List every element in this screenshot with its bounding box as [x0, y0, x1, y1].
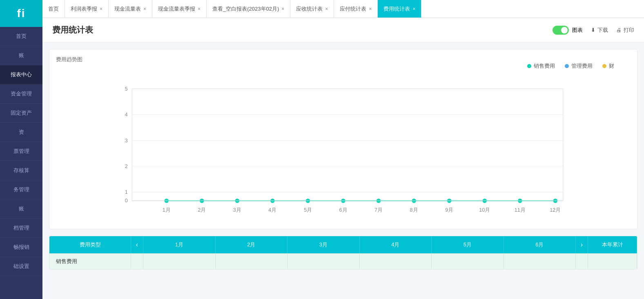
cell-m4 — [360, 254, 432, 269]
sidebar-item-archive[interactable]: 档管理 — [0, 219, 42, 238]
close-icon[interactable]: × — [100, 6, 103, 12]
svg-text:3: 3 — [125, 138, 128, 144]
sidebar-item-reports[interactable]: 报表中心 — [0, 65, 42, 84]
col-header-m6: 6月 — [504, 236, 576, 253]
chart-container: 费用趋势图 销售费用 管理费用 财 — [49, 49, 637, 229]
print-icon: 🖨 — [616, 27, 622, 33]
svg-text:6月: 6月 — [339, 207, 347, 213]
svg-text:10月: 10月 — [479, 207, 490, 213]
svg-text:9月: 9月 — [445, 207, 453, 213]
cell-m2 — [216, 254, 288, 269]
close-icon[interactable]: × — [143, 6, 146, 12]
svg-text:8月: 8月 — [410, 207, 418, 213]
sidebar-item-assets[interactable]: 固定资产 — [0, 104, 42, 123]
col-header-m4: 4月 — [360, 236, 432, 253]
sidebar-item-inventory[interactable]: 存核算 — [0, 161, 42, 180]
cell-m6 — [504, 254, 576, 269]
col-header-m5: 5月 — [432, 236, 504, 253]
sidebar-item-account[interactable]: 账 — [0, 46, 42, 65]
col-header-type: 费用类型 — [49, 236, 131, 253]
tab-cashflow-quarterly[interactable]: 现金流量表季报 × — [152, 0, 207, 18]
legend-dot-sales — [527, 64, 531, 68]
col-header-m1: 1月 — [143, 236, 216, 253]
col-header-nav-next: › — [576, 236, 588, 253]
cell-m3 — [287, 254, 360, 269]
col-header-nav-prev: ‹ — [131, 236, 143, 253]
tab-cashflow[interactable]: 现金流量表 × — [109, 0, 152, 18]
cell-nav-spacer — [131, 254, 143, 269]
sidebar-item-expense[interactable]: 畅报销 — [0, 238, 42, 257]
print-button[interactable]: 🖨 打印 — [616, 27, 634, 34]
nav-prev-arrow[interactable]: ‹ — [134, 241, 140, 248]
close-icon[interactable]: × — [369, 6, 372, 12]
legend-label-admin: 管理费用 — [571, 62, 593, 70]
nav-next-arrow[interactable]: › — [578, 241, 585, 248]
expense-table: 费用类型 ‹ 1月 2月 3月 4月 5月 6月 › 本年累计 销售费用 — [49, 236, 637, 270]
table-header-row: 费用类型 ‹ 1月 2月 3月 4月 5月 6月 › 本年累计 — [49, 236, 637, 253]
tab-receivable[interactable]: 应收统计表 × — [290, 0, 334, 18]
sidebar-item-ledger[interactable]: 账 — [0, 199, 42, 219]
download-icon: ⬇ — [591, 27, 595, 33]
chart-legend: 销售费用 管理费用 财 — [527, 62, 614, 70]
col-header-accum: 本年累计 — [588, 236, 637, 253]
sidebar-logo: fi — [0, 0, 42, 27]
main-content: 首页 利润表季报 × 现金流量表 × 现金流量表季报 × 查看_空白报表(202… — [42, 0, 644, 299]
svg-text:4月: 4月 — [268, 207, 276, 213]
svg-text:1: 1 — [125, 189, 128, 195]
chart-toggle[interactable] — [553, 26, 569, 35]
chart-toggle-label: 图表 — [572, 27, 583, 34]
table-row: 销售费用 — [49, 253, 637, 269]
legend-label-finance: 财 — [609, 62, 614, 70]
col-header-m3: 3月 — [287, 236, 360, 253]
sidebar-item-resource[interactable]: 资 — [0, 123, 42, 142]
svg-text:0: 0 — [125, 198, 128, 204]
header-actions: 图表 ⬇ 下载 🖨 打印 — [553, 26, 634, 35]
tab-expense-stats[interactable]: 费用统计表 × — [378, 0, 421, 18]
tab-payable[interactable]: 应付统计表 × — [334, 0, 378, 18]
legend-finance: 财 — [602, 62, 614, 70]
sidebar-item-home[interactable]: 首页 — [0, 27, 42, 46]
cell-accum — [588, 254, 637, 269]
tab-profit-quarterly[interactable]: 利润表季报 × — [65, 0, 109, 18]
tab-home[interactable]: 首页 — [42, 0, 65, 18]
svg-text:12月: 12月 — [550, 207, 561, 213]
cell-m1 — [143, 254, 216, 269]
legend-dot-finance — [602, 64, 606, 68]
legend-sales: 销售费用 — [527, 62, 555, 70]
sidebar-item-invoice[interactable]: 票管理 — [0, 142, 42, 161]
svg-rect-36 — [132, 89, 563, 201]
page-content: 费用统计表 图表 ⬇ 下载 🖨 打印 费用趋势图 — [42, 18, 644, 299]
svg-text:2: 2 — [125, 164, 128, 169]
close-icon[interactable]: × — [325, 6, 328, 12]
legend-label-sales: 销售费用 — [534, 62, 555, 70]
legend-admin: 管理费用 — [565, 62, 593, 70]
download-button[interactable]: ⬇ 下载 — [591, 27, 608, 34]
svg-text:5月: 5月 — [304, 207, 312, 213]
svg-text:3月: 3月 — [233, 207, 241, 213]
chart-toggle-group: 图表 — [553, 26, 583, 35]
svg-text:7月: 7月 — [374, 207, 383, 213]
svg-text:4: 4 — [125, 112, 128, 117]
tab-blank-report[interactable]: 查看_空白报表(2023年02月) × — [207, 0, 290, 18]
svg-text:11月: 11月 — [515, 207, 526, 213]
page-header: 费用统计表 图表 ⬇ 下载 🖨 打印 — [42, 18, 644, 42]
sidebar: fi 首页 账 报表中心 资金管理 固定资产 资 票管理 存核算 务管理 账 档… — [0, 0, 42, 299]
close-icon[interactable]: × — [281, 6, 284, 12]
legend-dot-admin — [565, 64, 569, 68]
page-title: 费用统计表 — [52, 24, 93, 35]
close-icon[interactable]: × — [412, 6, 415, 12]
sidebar-item-fund[interactable]: 资金管理 — [0, 84, 42, 104]
col-header-m2: 2月 — [216, 236, 288, 253]
cell-type: 销售费用 — [49, 254, 131, 269]
tab-bar: 首页 利润表季报 × 现金流量表 × 现金流量表季报 × 查看_空白报表(202… — [42, 0, 644, 18]
svg-text:5: 5 — [125, 86, 128, 92]
cell-nav-spacer2 — [576, 254, 588, 269]
sidebar-item-settings[interactable]: 础设置 — [0, 257, 42, 276]
trend-chart: 5 4 3 2 1 0 1月 2月 3月 4月 5月 6月 7月 8月 9月 — [56, 67, 631, 222]
close-icon[interactable]: × — [198, 6, 201, 12]
svg-text:1月: 1月 — [163, 207, 171, 213]
sidebar-item-service[interactable]: 务管理 — [0, 180, 42, 199]
svg-text:2月: 2月 — [198, 207, 206, 213]
cell-m5 — [432, 254, 504, 269]
